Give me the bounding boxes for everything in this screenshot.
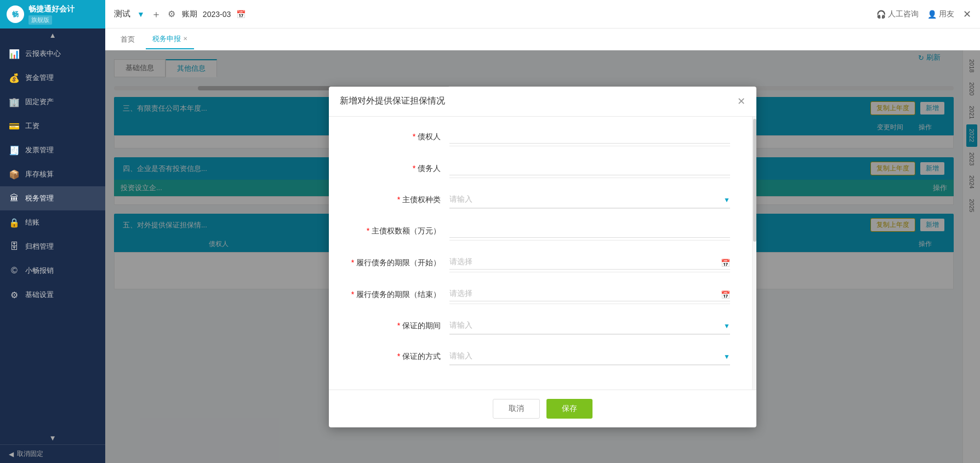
logo-title: 畅捷通好会计	[29, 4, 75, 14]
form-row-creditor: * 债权人	[351, 128, 730, 146]
claim-type-chevron-icon: ▼	[723, 196, 730, 204]
label-claim-amount: * 主债权数额（万元）	[351, 226, 449, 236]
sidebar-item-basic-settings[interactable]: ⚙ 基础设置	[0, 283, 105, 307]
sidebar-item-invoice[interactable]: 🧾 发票管理	[0, 138, 105, 162]
period-display: 账期 2023-03 📅	[182, 9, 246, 19]
topbar: 测试 ▼ ＋ ⚙ 账期 2023-03 📅 🎧 人工咨询 👤 用友 ✕	[105, 0, 980, 28]
form-row-period-start: * 履行债务的期限（开始） 📅	[351, 254, 730, 272]
settings-gear-icon[interactable]: ⚙	[168, 9, 175, 19]
invoice-icon: 🧾	[9, 145, 20, 156]
fund-icon: 💰	[9, 72, 20, 83]
modal-header: 新增对外提供保证担保情况 ✕	[329, 87, 756, 117]
period-calendar-icon[interactable]: 📅	[236, 10, 246, 19]
tab-home[interactable]: 首页	[114, 30, 141, 49]
field-claim-type: 请输入 ▼	[449, 191, 730, 209]
input-period-end[interactable]	[449, 285, 730, 301]
cancel-button[interactable]: 取消	[493, 399, 540, 419]
field-claim-amount	[449, 222, 730, 241]
sidebar-item-label: 小畅报销	[25, 266, 54, 276]
guarantee-method-chevron-icon: ▼	[723, 353, 730, 361]
sidebar-scroll-down[interactable]: ▼	[0, 431, 105, 444]
label-creditor: * 债权人	[351, 132, 449, 142]
sidebar-item-label: 固定资产	[25, 97, 54, 107]
save-button[interactable]: 保存	[546, 399, 592, 419]
tab-close-icon[interactable]: ✕	[183, 36, 187, 42]
field-creditor	[449, 128, 730, 146]
inventory-icon: 📦	[9, 169, 20, 180]
archive-icon: 🗄	[9, 241, 20, 252]
input-debtor[interactable]	[449, 159, 730, 175]
sidebar: 畅 畅捷通好会计 旗舰版 ▲ 📊 云报表中心 💰 资金管理 🏢 固定资产 💳	[0, 0, 105, 463]
sidebar-item-label: 发票管理	[25, 145, 54, 155]
company-chevron-icon[interactable]: ▼	[137, 10, 145, 19]
tab-tax-label: 税务申报	[152, 34, 181, 44]
sidebar-item-salary[interactable]: 💳 工资	[0, 114, 105, 138]
input-period-start[interactable]	[449, 254, 730, 270]
field-period-end: 📅	[449, 285, 730, 304]
add-tab-icon[interactable]: ＋	[151, 8, 161, 21]
user-label: 用友	[939, 9, 954, 19]
form-row-claim-type: * 主债权种类 请输入 ▼	[351, 191, 730, 209]
sidebar-item-archive[interactable]: 🗄 归档管理	[0, 235, 105, 259]
period-end-calendar-icon[interactable]: 📅	[721, 290, 730, 299]
sidebar-item-label: 资金管理	[25, 73, 54, 83]
field-guarantee-period: 请输入 ▼	[449, 317, 730, 335]
unpin-label: 取消固定	[17, 449, 43, 459]
select-guarantee-period[interactable]: 请输入	[449, 317, 730, 334]
sidebar-scroll-up[interactable]: ▲	[0, 28, 105, 42]
sidebar-nav: 📊 云报表中心 💰 资金管理 🏢 固定资产 💳 工资 🧾 发票管理 📦	[0, 42, 105, 431]
field-period-start: 📅	[449, 254, 730, 272]
logo-text: 畅捷通好会计 旗舰版	[29, 4, 75, 25]
input-claim-amount[interactable]	[449, 222, 730, 238]
period-value: 2023-03	[203, 10, 231, 19]
select-guarantee-method[interactable]: 请输入	[449, 348, 730, 365]
modal-body-wrapper: * 债权人 *	[329, 117, 756, 390]
support-btn[interactable]: 🎧 人工咨询	[876, 9, 919, 19]
period-start-calendar-icon[interactable]: 📅	[721, 259, 730, 267]
modal-title: 新增对外提供保证担保情况	[340, 95, 445, 107]
sidebar-item-fixed-assets[interactable]: 🏢 固定资产	[0, 90, 105, 114]
select-claim-type[interactable]: 请输入	[449, 191, 730, 208]
user-btn[interactable]: 👤 用友	[927, 9, 954, 19]
sidebar-item-inventory[interactable]: 📦 库存核算	[0, 162, 105, 186]
modal-body: * 债权人 *	[329, 117, 752, 390]
modal-dialog: 新增对外提供保证担保情况 ✕ * 债权人	[329, 87, 756, 427]
sidebar-item-label: 税务管理	[25, 193, 54, 203]
fixed-assets-icon: 🏢	[9, 96, 20, 107]
sidebar-item-xiaochang[interactable]: © 小畅报销	[0, 259, 105, 283]
sidebar-item-tax-mgmt[interactable]: 🏛 税务管理	[0, 186, 105, 210]
logo-edition: 旗舰版	[29, 15, 52, 25]
modal-footer: 取消 保存	[329, 390, 756, 427]
guarantee-period-chevron-icon: ▼	[723, 322, 730, 330]
company-name: 测试	[114, 9, 130, 19]
topbar-right: 🎧 人工咨询 👤 用友 ✕	[876, 8, 971, 20]
modal-scrollbar-thumb	[753, 119, 756, 242]
label-claim-type: * 主债权种类	[351, 195, 449, 205]
tab-home-label: 首页	[121, 35, 135, 44]
unpin-icon: ◀	[9, 450, 14, 458]
settings-icon: ⚙	[9, 289, 20, 300]
sidebar-item-cloud-report[interactable]: 📊 云报表中心	[0, 42, 105, 66]
sidebar-unpin[interactable]: ◀ 取消固定	[0, 444, 105, 463]
form-row-guarantee-method: * 保证的方式 请输入 ▼	[351, 348, 730, 365]
label-guarantee-period: * 保证的期间	[351, 321, 449, 331]
sidebar-item-close-account[interactable]: 🔒 结账	[0, 210, 105, 235]
label-guarantee-method: * 保证的方式	[351, 352, 449, 362]
sidebar-item-label: 库存核算	[25, 169, 54, 179]
sidebar-item-label: 归档管理	[25, 242, 54, 251]
user-icon: 👤	[927, 10, 937, 19]
label-period-start: * 履行债务的期限（开始）	[351, 258, 449, 268]
sidebar-item-label: 基础设置	[25, 290, 54, 300]
cloud-report-icon: 📊	[9, 48, 20, 59]
window-close-icon[interactable]: ✕	[963, 8, 971, 20]
period-label: 账期	[182, 9, 197, 19]
modal-close-btn[interactable]: ✕	[737, 95, 745, 107]
modal-scrollbar[interactable]	[752, 117, 756, 390]
input-creditor[interactable]	[449, 128, 730, 144]
field-debtor	[449, 159, 730, 178]
sidebar-logo: 畅 畅捷通好会计 旗舰版	[0, 0, 105, 28]
modal-overlay: 新增对外提供保证担保情况 ✕ * 债权人	[105, 50, 980, 463]
close-account-icon: 🔒	[9, 217, 20, 228]
sidebar-item-fund-mgmt[interactable]: 💰 资金管理	[0, 66, 105, 90]
tab-tax-report[interactable]: 税务申报 ✕	[146, 30, 194, 49]
